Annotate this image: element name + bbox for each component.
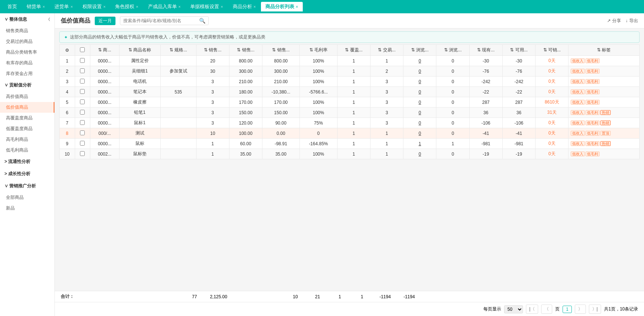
row-checkbox[interactable]: [80, 110, 85, 115]
col-checkbox[interactable]: [75, 45, 90, 56]
row-checkbox-cell[interactable]: [75, 128, 90, 139]
search-input[interactable]: [123, 18, 199, 23]
col-margin[interactable]: ⇅ 毛利率: [299, 45, 337, 56]
nav-home[interactable]: 首页: [3, 2, 21, 11]
row-browse1[interactable]: 0: [403, 87, 436, 97]
row-browse2: 0: [436, 56, 469, 66]
row-checkbox[interactable]: [80, 89, 85, 94]
export-button[interactable]: ↓ 导出: [625, 18, 638, 24]
row-checkbox-cell[interactable]: [75, 77, 90, 87]
col-code[interactable]: ⇅ 商...: [90, 45, 119, 56]
select-all-checkbox[interactable]: [80, 47, 85, 52]
col-stock[interactable]: ⇅ 现有...: [469, 45, 502, 56]
sidebar-group-growth[interactable]: > 成长性分析: [0, 168, 54, 180]
next-page-button[interactable]: 〉: [575, 305, 586, 314]
date-filter-button[interactable]: 近一月: [95, 17, 115, 25]
nav-goods-analysis[interactable]: 商品分析 ×: [228, 2, 260, 11]
col-coverage[interactable]: ⇅ 覆盖...: [337, 45, 370, 56]
first-page-button[interactable]: |〈: [526, 305, 538, 314]
sidebar-group-marketing[interactable]: ∨ 营销推广分析: [0, 180, 54, 192]
row-checkbox-cell[interactable]: [75, 56, 90, 66]
row-checkbox-cell[interactable]: [75, 118, 90, 128]
row-browse1[interactable]: 0: [403, 66, 436, 77]
sidebar-group-circulation[interactable]: > 流通性分析: [0, 156, 54, 168]
sidebar-item-high-coverage[interactable]: 高覆盖度商品: [0, 113, 54, 123]
row-browse1[interactable]: 1: [403, 139, 436, 149]
row-checkbox-cell[interactable]: [75, 66, 90, 77]
row-browse1[interactable]: 0: [403, 97, 436, 108]
row-browse1[interactable]: 0: [403, 118, 436, 128]
nav-close-template[interactable]: ×: [221, 4, 223, 9]
sidebar-item-category-rate[interactable]: 商品分类销售率: [0, 47, 54, 58]
col-settings[interactable]: ⚙: [60, 45, 75, 56]
row-browse1[interactable]: 0: [403, 77, 436, 87]
sidebar-item-low-value[interactable]: 低价值商品: [0, 102, 54, 113]
nav-product-inbound[interactable]: 产成品入库单 ×: [144, 2, 185, 11]
row-checkbox[interactable]: [80, 130, 85, 135]
row-checkbox[interactable]: [80, 58, 85, 63]
sidebar-group-contribution[interactable]: ∨ 贡献值分析: [0, 79, 54, 91]
row-checkbox-cell[interactable]: [75, 87, 90, 97]
sidebar-item-sales-goods[interactable]: 销售类商品: [0, 26, 54, 36]
nav-close-product[interactable]: ×: [178, 4, 181, 9]
sidebar-item-high-value[interactable]: 高价值商品: [0, 91, 54, 102]
search-icon[interactable]: 🔍: [199, 18, 205, 24]
col-sellable[interactable]: ⇅ 可销...: [536, 45, 568, 56]
last-page-button[interactable]: 〉|: [589, 305, 601, 314]
nav-close-goods-analysis[interactable]: ×: [254, 4, 256, 9]
col-tags[interactable]: ⇅ 标签: [568, 45, 640, 56]
sidebar-item-traded-goods[interactable]: 交易过的商品: [0, 36, 54, 47]
nav-goods-analysis-list[interactable]: 商品分析列表 ×: [261, 2, 302, 11]
share-button[interactable]: ↗ 分享: [607, 18, 621, 24]
row-checkbox[interactable]: [80, 120, 85, 125]
nav-close-permission[interactable]: ×: [103, 4, 105, 9]
row-browse1[interactable]: 0: [403, 56, 436, 66]
sidebar-group-overview[interactable]: ∨ 整体信息 《: [0, 13, 54, 26]
row-tags: 低收入低毛利热销: [568, 139, 640, 149]
row-checkbox-cell[interactable]: [75, 108, 90, 118]
col-sales[interactable]: ⇅ 销售...: [262, 45, 299, 56]
col-available[interactable]: ⇅ 可用...: [502, 45, 535, 56]
col-browse1[interactable]: ⇅ 浏览...: [403, 45, 436, 56]
row-coverage: 1: [337, 77, 370, 87]
row-checkbox[interactable]: [80, 141, 85, 146]
page-size-select[interactable]: 50 100: [504, 305, 523, 313]
nav-purchase[interactable]: 进货单 ×: [50, 2, 77, 11]
col-price[interactable]: ⇅ 销售...: [229, 45, 262, 56]
row-checkbox-cell[interactable]: [75, 139, 90, 149]
nav-sales-order[interactable]: 销货单 ×: [22, 2, 49, 11]
col-spec[interactable]: ⇅ 规格...: [160, 45, 196, 56]
col-browse2[interactable]: ⇅ 浏览...: [436, 45, 469, 56]
row-browse1[interactable]: 0: [403, 149, 436, 159]
current-page[interactable]: 1: [563, 306, 572, 313]
row-checkbox[interactable]: [80, 99, 85, 104]
row-browse1[interactable]: 0: [403, 128, 436, 139]
sidebar-item-stock-funds[interactable]: 库存资金占用: [0, 68, 54, 79]
sidebar-item-all-goods[interactable]: 全部商品: [0, 192, 54, 203]
row-name: 铅笔1: [119, 108, 160, 118]
sidebar-item-stock-goods[interactable]: 有库存的商品: [0, 58, 54, 68]
row-sales: 210.00: [262, 77, 299, 87]
nav-close-sales[interactable]: ×: [43, 4, 45, 9]
nav-close-goods-list[interactable]: ×: [296, 4, 298, 9]
sidebar-item-high-margin[interactable]: 高毛利商品: [0, 134, 54, 145]
row-checkbox-cell[interactable]: [75, 97, 90, 108]
row-checkbox[interactable]: [80, 68, 85, 73]
sidebar-item-low-coverage[interactable]: 低覆盖度商品: [0, 123, 54, 134]
nav-role[interactable]: 角色授权 ×: [111, 2, 142, 11]
sidebar-item-new-goods[interactable]: 新品: [0, 203, 54, 214]
col-name[interactable]: ⇅ 商品名称: [119, 45, 160, 56]
col-qty[interactable]: ⇅ 销售...: [196, 45, 229, 56]
row-checkbox[interactable]: [80, 151, 85, 156]
col-trade[interactable]: ⇅ 交易...: [370, 45, 403, 56]
nav-close-purchase[interactable]: ×: [70, 4, 73, 9]
row-browse1[interactable]: 0: [403, 108, 436, 118]
nav-template[interactable]: 单据模板设置 ×: [186, 2, 227, 11]
prev-page-button[interactable]: 〈: [541, 305, 552, 314]
sidebar-item-low-margin[interactable]: 低毛利商品: [0, 145, 54, 156]
row-checkbox-cell[interactable]: [75, 149, 90, 159]
row-code: 0000...: [90, 56, 119, 66]
nav-permission[interactable]: 权限设置 ×: [78, 2, 110, 11]
nav-close-role[interactable]: ×: [136, 4, 138, 9]
row-checkbox[interactable]: [80, 79, 85, 84]
